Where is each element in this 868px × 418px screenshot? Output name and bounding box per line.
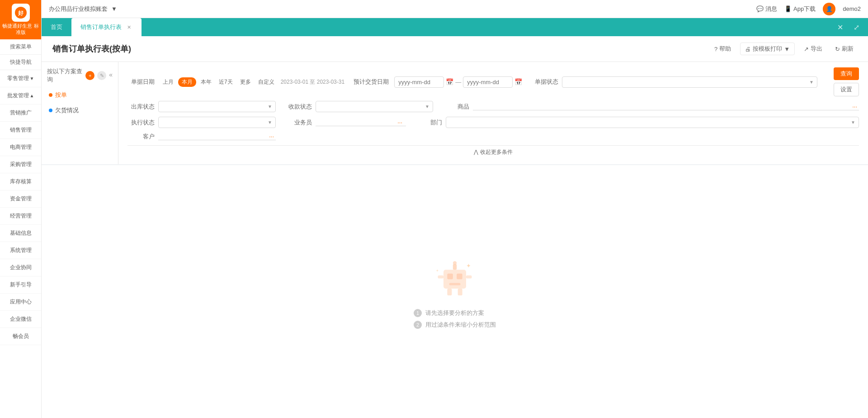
calendar-icon-to[interactable]: 📅 bbox=[514, 78, 522, 86]
svg-rect-11 bbox=[458, 289, 462, 295]
sidebar-item-marketing[interactable]: 营销推广 bbox=[0, 104, 41, 122]
logo-area[interactable]: 好 畅捷通好生意 标准版 bbox=[0, 0, 41, 39]
svg-text:好: 好 bbox=[18, 10, 24, 16]
delivery-status-select-wrapper bbox=[158, 101, 276, 112]
execution-status-select[interactable] bbox=[158, 117, 276, 128]
execution-status-label: 执行状态 bbox=[127, 119, 155, 127]
sidebar-item-system[interactable]: 系统管理 bbox=[0, 242, 41, 259]
sidebar-item-purchase[interactable]: 采购管理 bbox=[0, 156, 41, 173]
topbar-right: 💬 消息 📱 App下载 👤 demo2 bbox=[756, 3, 861, 15]
topbar-message[interactable]: 💬 消息 bbox=[756, 5, 777, 13]
edit-scheme-btn[interactable]: ✎ bbox=[97, 71, 106, 80]
tab-home[interactable]: 首页 bbox=[42, 18, 71, 36]
product-label: 商品 bbox=[442, 103, 469, 111]
empty-step-2: 2 用过滤条件来缩小分析范围 bbox=[414, 321, 496, 329]
empty-state: ✦ ✦ 1 请先选择要分析的方案 2 用过滤条件来缩小分析范围 bbox=[42, 165, 868, 418]
salesperson-more-btn[interactable]: ··· bbox=[397, 119, 402, 126]
svg-rect-5 bbox=[449, 283, 461, 285]
sidebar-item-newuser[interactable]: 新手引导 bbox=[0, 276, 41, 294]
date-tab-7days[interactable]: 近7天 bbox=[216, 77, 236, 87]
settings-btn[interactable]: 设置 bbox=[834, 83, 859, 96]
message-label: 消息 bbox=[765, 5, 777, 13]
sidebar-item-operations[interactable]: 经营管理 bbox=[0, 208, 41, 225]
filter-option-by-order[interactable]: 按单 bbox=[42, 87, 118, 103]
svg-rect-3 bbox=[447, 273, 453, 279]
department-select-wrapper bbox=[446, 117, 859, 128]
expected-date-from[interactable] bbox=[394, 76, 444, 88]
topbar-app-download[interactable]: 📱 App下载 bbox=[784, 5, 816, 13]
sidebar-retail-label: 零售管理 bbox=[7, 75, 29, 82]
step-1-num: 1 bbox=[414, 309, 422, 317]
tab-fullscreen-btn[interactable]: ⤢ bbox=[850, 21, 863, 33]
customer-more-btn[interactable]: ··· bbox=[269, 133, 274, 140]
filter-sidebar: 按以下方案查询 + ✎ « 按单 bbox=[42, 62, 118, 164]
salesperson-field: 业务员 ··· bbox=[285, 119, 406, 127]
sidebar-item-wechat[interactable]: 企业微信 bbox=[0, 311, 41, 328]
payment-status-select[interactable] bbox=[316, 101, 433, 112]
execution-status-field: 执行状态 bbox=[127, 117, 276, 128]
topbar-dropdown-icon[interactable]: ▼ bbox=[111, 5, 117, 12]
calendar-icon-from[interactable]: 📅 bbox=[446, 78, 453, 86]
order-status-select[interactable] bbox=[562, 76, 817, 88]
customer-label: 客户 bbox=[127, 133, 155, 141]
order-status-field: 单据状态 bbox=[531, 76, 817, 88]
sidebar: 好 畅捷通好生意 标准版 搜索菜单 快捷导航 零售管理 ▼ 批发管理 ▲ 营销推… bbox=[0, 0, 42, 418]
sidebar-item-retail[interactable]: 零售管理 ▼ bbox=[0, 70, 41, 87]
date-tab-last-month[interactable]: 上月 bbox=[160, 77, 176, 87]
add-scheme-btn[interactable]: + bbox=[85, 71, 94, 80]
expected-date-to[interactable] bbox=[463, 76, 513, 88]
product-more-btn[interactable]: ··· bbox=[852, 103, 857, 110]
filter-row-2: 出库状态 收款状态 商品 ··· bbox=[127, 101, 859, 112]
department-field: 部门 bbox=[415, 117, 859, 128]
department-select[interactable] bbox=[446, 117, 859, 128]
filter-option-by-debt[interactable]: 欠货情况 bbox=[42, 103, 118, 118]
user-name[interactable]: demo2 bbox=[843, 5, 861, 12]
date-range-hint: 2023-03-01 至 2023-03-31 bbox=[281, 78, 344, 86]
delivery-status-select[interactable] bbox=[158, 101, 276, 112]
sidebar-retail-arrow: ▼ bbox=[30, 76, 34, 81]
tab-sales-order[interactable]: 销售订单执行表 ✕ bbox=[71, 18, 142, 36]
topbar-left: 办公用品行业模拟账套 ▼ bbox=[49, 5, 117, 13]
refresh-btn[interactable]: ↻ 刷新 bbox=[831, 43, 857, 55]
empty-icon: ✦ ✦ bbox=[432, 255, 477, 300]
svg-rect-10 bbox=[447, 289, 452, 295]
date-tab-current-month[interactable]: 本月 bbox=[178, 77, 196, 87]
sidebar-item-appcenter[interactable]: 应用中心 bbox=[0, 294, 41, 311]
payment-status-field: 收款状态 bbox=[285, 101, 433, 112]
sidebar-item-enterprise[interactable]: 企业协同 bbox=[0, 259, 41, 276]
sidebar-quick-nav[interactable]: 快捷导航 bbox=[0, 55, 41, 70]
sidebar-item-inventory[interactable]: 库存核算 bbox=[0, 173, 41, 190]
sidebar-item-ecommerce[interactable]: 电商管理 bbox=[0, 139, 41, 156]
tab-close-btn[interactable]: ✕ bbox=[125, 24, 132, 31]
option-dot-debt bbox=[49, 109, 52, 112]
sidebar-item-basic[interactable]: 基础信息 bbox=[0, 225, 41, 242]
date-tab-more[interactable]: 更多 bbox=[237, 77, 254, 87]
collapse-bar[interactable]: ⋀ 收起更多条件 bbox=[127, 145, 859, 159]
tab-close-window-btn[interactable]: ✕ bbox=[834, 21, 846, 33]
sidebar-item-member[interactable]: 畅会员 bbox=[0, 328, 41, 345]
main-area: 办公用品行业模拟账套 ▼ 💬 消息 📱 App下载 👤 demo2 首页 销售订… bbox=[42, 0, 868, 418]
execution-status-select-wrapper bbox=[158, 117, 276, 128]
date-field: 单据日期 上月 本月 本年 近7天 更多 自定义 2023-03-01 至 20… bbox=[127, 77, 344, 87]
logo-icon: 好 bbox=[12, 4, 30, 22]
filter-sidebar-icons: + ✎ « bbox=[85, 71, 113, 80]
export-btn[interactable]: ↗ 导出 bbox=[800, 43, 826, 55]
date-tab-current-year[interactable]: 本年 bbox=[198, 77, 214, 87]
avatar-image: 👤 bbox=[826, 6, 833, 12]
sidebar-search-menu[interactable]: 搜索菜单 bbox=[0, 39, 41, 55]
salesperson-label: 业务员 bbox=[285, 119, 312, 127]
help-label: 帮助 bbox=[719, 45, 731, 53]
search-btn[interactable]: 查询 bbox=[834, 67, 859, 80]
expected-date-group: 📅 — 📅 bbox=[394, 76, 522, 88]
print-btn[interactable]: 🖨 按模板打印 ▼ bbox=[740, 43, 795, 55]
collapse-sidebar-btn[interactable]: « bbox=[109, 71, 113, 80]
filter-panel: 按以下方案查询 + ✎ « 按单 bbox=[42, 62, 868, 164]
sidebar-item-finance[interactable]: 资金管理 bbox=[0, 190, 41, 208]
sidebar-item-sales[interactable]: 销售管理 bbox=[0, 122, 41, 139]
message-icon: 💬 bbox=[756, 5, 764, 12]
date-tab-custom[interactable]: 自定义 bbox=[255, 77, 277, 87]
sidebar-item-wholesale[interactable]: 批发管理 ▲ bbox=[0, 87, 41, 104]
export-icon: ↗ bbox=[804, 46, 809, 52]
user-avatar[interactable]: 👤 bbox=[823, 3, 835, 15]
help-btn[interactable]: ? 帮助 bbox=[711, 43, 735, 55]
